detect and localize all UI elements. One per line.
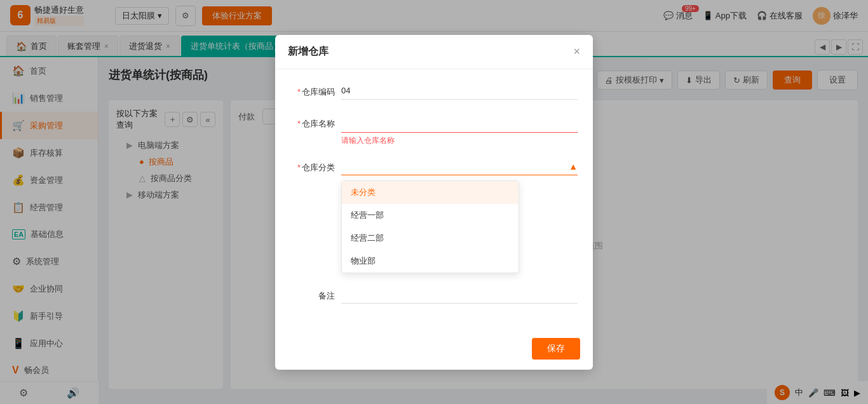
form-row-name: 仓库名称 请输入仓库名称 [290,114,578,146]
warehouse-code-input[interactable] [341,82,578,100]
form-row-category: 仓库分类 ▲ 未分类 经营一部 经营二部 物业部 [290,158,578,178]
dialog-close-button[interactable]: × [573,46,580,57]
modal-overlay: 新增仓库 × 仓库编码 仓库名称 请输入仓库名称 [0,0,868,404]
warehouse-remark-input[interactable] [341,286,578,304]
category-dropdown: 未分类 经营一部 经营二部 物业部 [341,180,519,273]
save-button[interactable]: 保存 [532,338,580,360]
dropdown-item-unclassified[interactable]: 未分类 [342,181,519,204]
category-label: 仓库分类 [290,158,341,178]
warehouse-name-input[interactable] [341,115,578,133]
dialog-body: 仓库编码 仓库名称 请输入仓库名称 仓库分类 [275,69,593,330]
warehouse-category-input[interactable] [341,158,578,175]
name-input-wrapper [341,115,578,133]
dialog-header: 新增仓库 × [275,35,593,69]
form-row-remark: 备注 [290,286,578,306]
add-warehouse-dialog: 新增仓库 × 仓库编码 仓库名称 请输入仓库名称 [275,35,593,370]
category-toggle-icon[interactable]: ▲ [569,161,578,172]
name-label: 仓库名称 [290,114,341,134]
remark-label: 备注 [290,286,341,306]
dialog-title: 新增仓库 [288,45,329,58]
dropdown-item-dept2[interactable]: 经营二部 [342,227,519,250]
dialog-footer: 保存 [275,330,593,370]
form-row-code: 仓库编码 [290,82,578,102]
category-input-wrapper: ▲ 未分类 经营一部 经营二部 物业部 [341,158,578,175]
dropdown-item-dept3[interactable]: 物业部 [342,250,519,273]
code-label: 仓库编码 [290,82,341,102]
dropdown-item-dept1[interactable]: 经营一部 [342,204,519,227]
name-error-tip: 请输入仓库名称 [341,135,395,146]
